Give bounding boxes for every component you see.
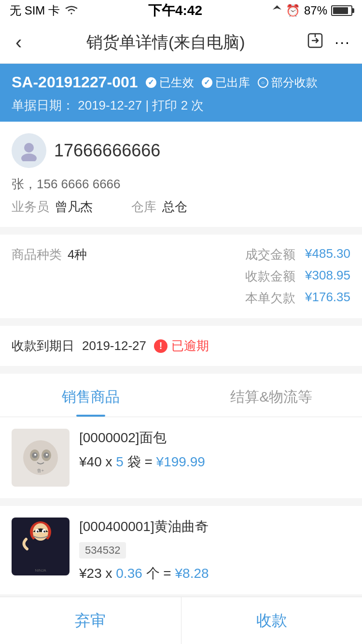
separator: | (145, 98, 152, 112)
warehouse-value: 总仓 (162, 198, 187, 215)
product-sku-badge: 534532 (79, 542, 126, 559)
product-info-bread: [0000002]面包 ¥40 x 5 袋 = ¥199.99 (79, 429, 350, 471)
received-value: ¥308.95 (305, 268, 350, 285)
customer-phone: 17666666666 (54, 140, 160, 161)
svg-point-16 (37, 531, 39, 532)
cookie-total: ¥8.28 (175, 566, 209, 581)
order-id: SA-20191227-001 (12, 73, 138, 91)
due-date-section: 收款到期日 2019-12-27 ! 已逾期 (0, 326, 362, 366)
product-info-cookie: [000400001]黄油曲奇 534532 ¥23 x 0.36 个 = ¥8… (79, 518, 350, 583)
received-label: 收款金额 (245, 268, 295, 285)
back-button[interactable]: ‹ (12, 31, 26, 53)
category-value: 4种 (68, 246, 87, 263)
overdue-badge: ! 已逾期 (154, 337, 209, 354)
battery-icon (331, 5, 352, 16)
warehouse-item: 仓库 总仓 (131, 198, 187, 215)
salesperson-item: 业务员 曾凡杰 (12, 198, 93, 215)
check-icon-1 (146, 77, 156, 88)
nav-bar: ‹ 销货单详情(来自电脑) ··· (0, 21, 362, 64)
received-line: 收款金额 ¥308.95 (245, 268, 350, 285)
product-image-cookie: NINJA (12, 518, 70, 575)
salesperson-label: 业务员 (12, 198, 49, 215)
category-info: 商品种类 4种 (12, 246, 87, 263)
clock-icon: ○ (258, 77, 268, 88)
status-right: ⏰ 87% (272, 4, 352, 17)
cookie-unit: 个 (146, 566, 160, 581)
amount-line: 成交金额 ¥485.30 (245, 246, 350, 263)
carrier-label: 无 SIM 卡 (10, 3, 60, 18)
status-bar: 无 SIM 卡 下午4:42 ⏰ 87% (0, 0, 362, 21)
more-icon[interactable]: ··· (334, 33, 350, 51)
bread-qty: 5 (116, 454, 124, 469)
tab-products[interactable]: 销售商品 (0, 374, 181, 417)
location-icon (272, 4, 282, 17)
svg-point-1 (24, 143, 34, 153)
amount-info: 成交金额 ¥485.30 收款金额 ¥308.95 本单欠款 ¥176.35 (245, 246, 350, 307)
tab-settlement[interactable]: 结算&物流等 (181, 374, 362, 417)
status-badge-active: 已生效 (146, 75, 194, 90)
svg-point-2 (21, 154, 37, 161)
product-image-bread: 鲁+ (12, 429, 70, 487)
svg-text:NINJA: NINJA (35, 568, 46, 573)
order-date-row: 单据日期： 2019-12-27 | 打印 2 次 (12, 97, 350, 114)
amount-label: 成交金额 (245, 246, 295, 263)
bread-price: ¥40 (79, 454, 102, 469)
cookie-qty: 0.36 (116, 566, 142, 581)
battery-percent: 87% (304, 4, 327, 17)
due-value: ¥176.35 (305, 290, 350, 307)
wifi-icon (65, 4, 78, 17)
share-icon[interactable] (306, 31, 325, 54)
status-badge-shipped: 已出库 (202, 75, 250, 90)
nav-actions: ··· (306, 31, 350, 54)
print-info: 打印 2 次 (152, 98, 204, 112)
overdue-icon: ! (154, 339, 167, 353)
product-name-bread: [0000002]面包 (79, 429, 350, 447)
status-time: 下午4:42 (148, 1, 202, 20)
bottom-bar: 弃审 收款 (0, 597, 362, 644)
status-text-2: 已出库 (215, 75, 250, 90)
due-line: 本单欠款 ¥176.35 (245, 290, 350, 307)
warehouse-label: 仓库 (131, 198, 156, 215)
customer-avatar (12, 133, 46, 168)
product-price-cookie: ¥23 x 0.36 个 = ¥8.28 (79, 564, 350, 583)
customer-section: 17666666666 张，156 6666 6666 业务员 曾凡杰 仓库 总… (0, 122, 362, 227)
cookie-price: ¥23 (79, 566, 102, 581)
customer-name-phone: 张，156 6666 6666 (12, 176, 350, 193)
svg-point-17 (43, 531, 45, 532)
header-banner: SA-20191227-001 已生效 已出库 ○ 部分收款 单据日期： 201… (0, 64, 362, 122)
salesperson-value: 曾凡杰 (55, 198, 93, 215)
svg-text:鲁+: 鲁+ (37, 468, 44, 473)
due-date-label: 收款到期日 (12, 337, 74, 354)
order-date: 2019-12-27 (78, 98, 142, 112)
alarm-icon: ⏰ (286, 4, 300, 17)
status-badge-partial: ○ 部分收款 (258, 75, 318, 90)
due-label: 本单欠款 (245, 290, 295, 307)
status-text-1: 已生效 (159, 75, 194, 90)
svg-point-8 (34, 454, 36, 456)
date-label: 单据日期： (12, 98, 74, 112)
amount-value: ¥485.30 (305, 246, 350, 263)
product-name-cookie: [000400001]黄油曲奇 (79, 518, 350, 536)
status-text-3: 部分收款 (271, 75, 318, 90)
category-label: 商品种类 (12, 246, 62, 263)
status-left: 无 SIM 卡 (10, 3, 78, 18)
tabs-bar: 销售商品 结算&物流等 (0, 374, 362, 417)
check-icon-2 (202, 77, 212, 88)
svg-point-12 (27, 537, 54, 571)
product-item-bread: 鲁+ [0000002]面包 ¥40 x 5 袋 = ¥199.99 (0, 417, 362, 498)
cancel-button[interactable]: 弃审 (0, 597, 181, 644)
page-title: 销货单详情(来自电脑) (86, 31, 245, 54)
svg-point-9 (46, 454, 48, 456)
due-date-value: 2019-12-27 (82, 338, 146, 353)
bread-total: ¥199.99 (156, 454, 205, 469)
bread-unit: 袋 (127, 454, 141, 469)
stats-section: 商品种类 4种 成交金额 ¥485.30 收款金额 ¥308.95 本单欠款 ¥… (0, 235, 362, 318)
product-item-cookie: NINJA [000400001]黄油曲奇 534532 ¥23 x 0.36 … (0, 506, 362, 594)
confirm-button[interactable]: 收款 (181, 597, 362, 644)
overdue-text: 已逾期 (171, 337, 209, 354)
customer-meta: 业务员 曾凡杰 仓库 总仓 (12, 198, 350, 215)
product-price-bread: ¥40 x 5 袋 = ¥199.99 (79, 453, 350, 471)
